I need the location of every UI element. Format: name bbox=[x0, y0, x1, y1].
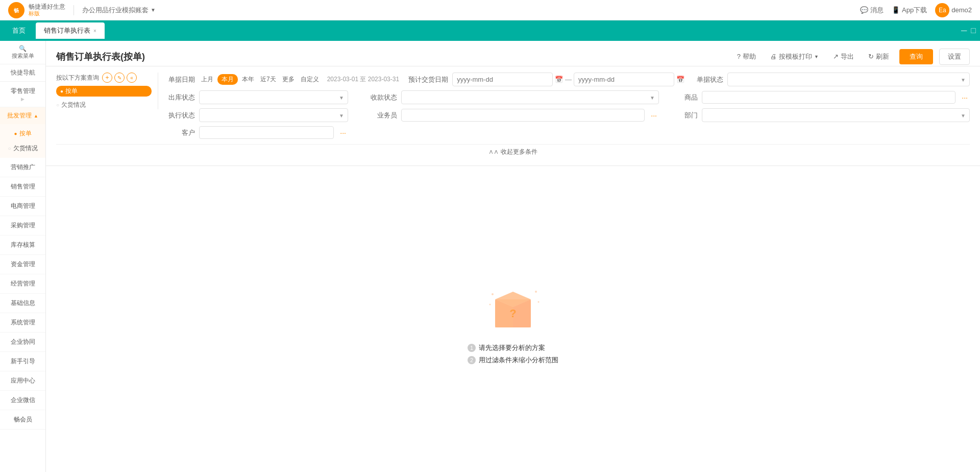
page-header: 销售订单执行表(按单) ? 帮助 🖨 按模板打印 ▼ ↗ 导出 ↻ 刷新 bbox=[46, 41, 980, 66]
page-title: 销售订单执行表(按单) bbox=[56, 51, 145, 63]
sidebar-item-apps[interactable]: 应用中心 bbox=[0, 371, 45, 391]
sidebar-search[interactable]: 🔍 搜索菜单 bbox=[0, 41, 45, 64]
tab-close-icon[interactable]: × bbox=[93, 28, 96, 34]
receipt-group: 收款状态 ▼ bbox=[356, 90, 659, 104]
sidebar-sub-wholesale: ● 按单 ○ 欠货情况 bbox=[0, 124, 45, 158]
company-dropdown[interactable]: 办公用品行业模拟账套 ▼ bbox=[82, 6, 156, 15]
sidebar-item-finance[interactable]: 资金管理 bbox=[0, 255, 45, 274]
app-download-button[interactable]: 📱 App下载 bbox=[892, 6, 927, 15]
chevron-down-icon: ▼ bbox=[151, 7, 156, 13]
refresh-icon: ↻ bbox=[868, 53, 874, 60]
main-layout: 🔍 搜索菜单 快捷导航 零售管理 ▶ 批发管理 ▲ ● 按单 ○ 欠货情况 营销… bbox=[0, 41, 980, 472]
sidebar-item-sales[interactable]: 销售管理 bbox=[0, 177, 45, 197]
product-input[interactable] bbox=[702, 91, 955, 104]
product-group: 商品 ··· bbox=[667, 91, 970, 104]
top-bar-left: 畅 畅捷通好生意 标版 办公用品行业模拟账套 ▼ bbox=[8, 2, 156, 18]
user-menu[interactable]: Ea demo2 bbox=[935, 3, 972, 17]
exec-select[interactable] bbox=[199, 108, 348, 122]
order-status-select[interactable] bbox=[727, 73, 970, 86]
logo-text: 畅捷通好生意 标版 bbox=[29, 3, 65, 17]
date-tab-7days[interactable]: 近7天 bbox=[258, 74, 278, 85]
query-button[interactable]: 查询 bbox=[899, 49, 933, 64]
expected-date-start[interactable] bbox=[452, 73, 553, 86]
avatar: Ea bbox=[935, 3, 949, 17]
sidebar-item-wechat[interactable]: 企业微信 bbox=[0, 391, 45, 410]
collapse-bar[interactable]: ∧∧ 收起更多条件 bbox=[56, 144, 970, 159]
order-status-select-wrap: ▼ bbox=[727, 73, 970, 86]
circle-icon: ○ bbox=[8, 146, 11, 151]
help-button[interactable]: ? 帮助 bbox=[733, 50, 760, 63]
sidebar-item-system[interactable]: 系统管理 bbox=[0, 313, 45, 333]
nav-tabs: 首页 销售订单执行表 × ─ □ bbox=[0, 20, 980, 41]
outbound-select[interactable] bbox=[199, 90, 348, 104]
chevron-right-icon: ▶ bbox=[21, 97, 24, 102]
message-button[interactable]: 💬 消息 bbox=[860, 6, 884, 15]
product-dots-button[interactable]: ··· bbox=[960, 93, 970, 102]
date-filter-group: 单据日期 上月 本月 本年 近7天 更多 自定义 2023-03-01 至 20… bbox=[164, 74, 399, 85]
customer-input[interactable] bbox=[199, 126, 334, 139]
filter-row-dates: 单据日期 上月 本月 本年 近7天 更多 自定义 2023-03-01 至 20… bbox=[164, 73, 970, 86]
date-tab-thismonth[interactable]: 本月 bbox=[217, 74, 238, 85]
receipt-select-wrap: ▼ bbox=[401, 90, 659, 104]
edit-scheme-button[interactable]: ✎ bbox=[114, 73, 125, 83]
scheme-actions: + ✎ « bbox=[102, 73, 137, 83]
empty-illustration: ? bbox=[482, 274, 544, 335]
sidebar-item-wholesale[interactable]: 批发管理 ▲ bbox=[0, 107, 45, 124]
date-tab-lastmonth[interactable]: 上月 bbox=[199, 74, 215, 85]
sidebar-sub-item-debt[interactable]: ○ 欠货情况 bbox=[0, 141, 45, 156]
date-tab-thisyear[interactable]: 本年 bbox=[240, 74, 256, 85]
empty-step-1: 1 请先选择要分析的方案 bbox=[468, 343, 558, 352]
minimize-button[interactable]: ─ bbox=[961, 26, 967, 35]
svg-text:畅: 畅 bbox=[14, 8, 19, 13]
filter-panel: 按以下方案查询 + ✎ « ● 按单 ○ bbox=[46, 66, 980, 166]
expected-date-range: 📅 — 📅 bbox=[452, 73, 684, 86]
sidebar-sub-item-order[interactable]: ● 按单 bbox=[0, 126, 45, 141]
add-scheme-button[interactable]: + bbox=[102, 73, 112, 83]
outbound-select-wrap: ▼ bbox=[199, 90, 348, 104]
sidebar-item-inventory[interactable]: 库存核算 bbox=[0, 235, 45, 255]
print-icon: 🖨 bbox=[770, 53, 777, 60]
collapse-scheme-button[interactable]: « bbox=[127, 73, 137, 83]
order-status-group: 单据状态 ▼ bbox=[693, 73, 970, 86]
sidebar-item-operation[interactable]: 经营管理 bbox=[0, 274, 45, 294]
empty-step-2: 2 用过滤条件来缩小分析范围 bbox=[468, 356, 558, 365]
top-bar-right: 💬 消息 📱 App下载 Ea demo2 bbox=[860, 3, 972, 17]
sidebar-item-retail[interactable]: 零售管理 ▶ bbox=[0, 82, 45, 107]
customer-group: 客户 ··· bbox=[164, 126, 348, 139]
sidebar-item-enterprise[interactable]: 企业协同 bbox=[0, 333, 45, 352]
settings-button[interactable]: 设置 bbox=[939, 49, 970, 65]
empty-text: 1 请先选择要分析的方案 2 用过滤条件来缩小分析范围 bbox=[468, 343, 558, 365]
date-tab-more[interactable]: 更多 bbox=[280, 74, 297, 85]
maximize-button[interactable]: □ bbox=[971, 26, 976, 35]
search-icon: 🔍 bbox=[19, 45, 27, 52]
circle-icon: ○ bbox=[56, 102, 59, 108]
tab-sales-order[interactable]: 销售订单执行表 × bbox=[36, 22, 105, 39]
customer-dots-button[interactable]: ··· bbox=[338, 129, 348, 137]
sidebar: 🔍 搜索菜单 快捷导航 零售管理 ▶ 批发管理 ▲ ● 按单 ○ 欠货情况 营销… bbox=[0, 41, 46, 472]
svg-text:?: ? bbox=[509, 307, 516, 320]
scheme-sub-debt[interactable]: ○ 欠货情况 bbox=[56, 101, 152, 109]
sidebar-item-newbie[interactable]: 新手引导 bbox=[0, 352, 45, 371]
sidebar-item-basic[interactable]: 基础信息 bbox=[0, 294, 45, 313]
tab-home[interactable]: 首页 bbox=[4, 22, 34, 39]
scheme-header: 按以下方案查询 + ✎ « bbox=[56, 73, 152, 83]
salesperson-input[interactable] bbox=[401, 109, 645, 122]
salesperson-dots-button[interactable]: ··· bbox=[649, 111, 659, 120]
svg-point-10 bbox=[538, 301, 540, 302]
expected-date-end[interactable] bbox=[574, 73, 674, 86]
expected-date-group: 预计交货日期 📅 — 📅 bbox=[407, 73, 684, 86]
refresh-button[interactable]: ↻ 刷新 bbox=[864, 50, 893, 63]
print-button[interactable]: 🖨 按模板打印 ▼ bbox=[766, 50, 823, 63]
sidebar-item-member[interactable]: 畅会员 bbox=[0, 410, 45, 430]
filter-row-4: 客户 ··· bbox=[164, 126, 970, 139]
export-button[interactable]: ↗ 导出 bbox=[829, 50, 858, 63]
sidebar-item-ecommerce[interactable]: 电商管理 bbox=[0, 197, 45, 216]
collapse-icon: ∧∧ bbox=[488, 148, 499, 155]
scheme-active-item[interactable]: ● 按单 bbox=[56, 86, 152, 97]
receipt-select[interactable] bbox=[401, 90, 659, 104]
date-tab-custom[interactable]: 自定义 bbox=[299, 74, 321, 85]
dept-select[interactable] bbox=[702, 108, 970, 122]
sidebar-item-purchase[interactable]: 采购管理 bbox=[0, 216, 45, 235]
sidebar-item-marketing[interactable]: 营销推广 bbox=[0, 158, 45, 177]
sidebar-quick-nav[interactable]: 快捷导航 bbox=[0, 64, 45, 82]
